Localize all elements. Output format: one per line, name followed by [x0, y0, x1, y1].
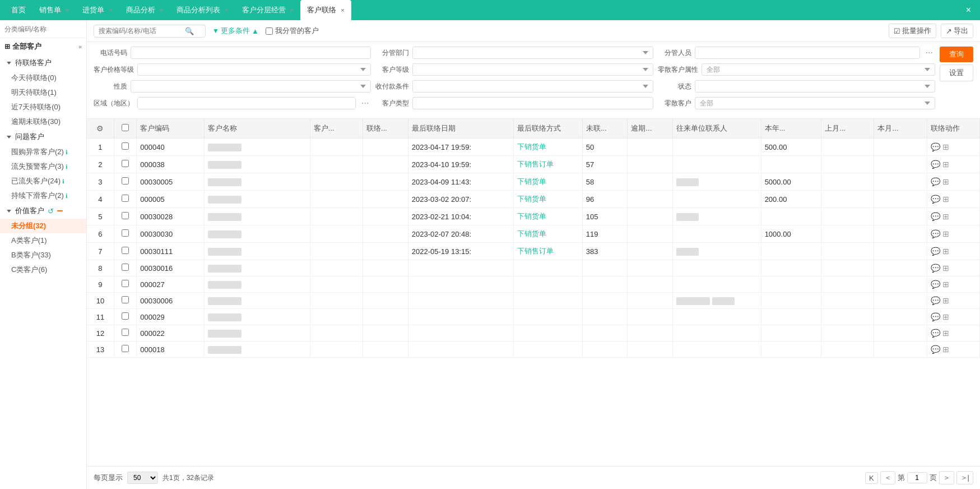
group-value-customers[interactable]: 价值客户 ↺: [0, 203, 86, 219]
contact-method-link[interactable]: 下销售订单: [517, 160, 554, 168]
reset-button[interactable]: 设置: [940, 64, 973, 81]
page-size-select[interactable]: 50 100: [127, 472, 158, 484]
customer-level-select[interactable]: [412, 63, 653, 76]
th-gear[interactable]: ⚙: [87, 119, 114, 139]
close-tab-sales[interactable]: ×: [66, 7, 69, 13]
message-icon[interactable]: 💬: [931, 195, 940, 204]
row-check[interactable]: [114, 173, 136, 191]
refresh-value-icon[interactable]: ↺: [48, 207, 54, 215]
export-button[interactable]: ↗ 导出: [941, 24, 973, 38]
tab-sales[interactable]: 销售单 ×: [32, 0, 76, 20]
grid-icon[interactable]: ⊞: [942, 264, 949, 273]
grid-icon[interactable]: ⊞: [942, 142, 949, 151]
sidebar-item-overdue[interactable]: 逾期未联络(30): [0, 114, 86, 129]
row-check[interactable]: [114, 276, 136, 293]
gear-icon[interactable]: ⚙: [96, 124, 104, 133]
sidebar-search-input[interactable]: [4, 25, 87, 33]
my-customers-checkbox[interactable]: [266, 27, 273, 35]
batch-op-button[interactable]: ☑ 批量操作: [889, 24, 936, 38]
group-pending-contact[interactable]: 待联络客户: [0, 55, 86, 71]
contact-method-link[interactable]: 下销货单: [517, 195, 546, 203]
grid-icon[interactable]: ⊞: [942, 177, 949, 186]
sidebar-item-churn-warning[interactable]: 流失预警客户(3) ℹ: [0, 159, 86, 174]
nature-select[interactable]: [131, 80, 371, 93]
grid-icon[interactable]: ⊞: [942, 296, 949, 305]
message-icon[interactable]: 💬: [931, 312, 940, 321]
close-tab-product-analysis-list[interactable]: ×: [225, 7, 228, 13]
message-icon[interactable]: 💬: [931, 296, 940, 305]
grid-icon[interactable]: ⊞: [942, 247, 949, 256]
sidebar-item-7days[interactable]: 近7天待联络(0): [0, 100, 86, 114]
grid-icon[interactable]: ⊞: [942, 329, 949, 338]
sidebar-item-a-class[interactable]: A类客户(1): [0, 233, 86, 248]
row-check[interactable]: [114, 293, 136, 309]
grid-icon[interactable]: ⊞: [942, 345, 949, 354]
row-check[interactable]: [114, 325, 136, 342]
sidebar-item-today[interactable]: 今天待联络(0): [0, 71, 86, 85]
contact-method-link[interactable]: 下销售订单: [517, 247, 554, 255]
contact-method-link[interactable]: 下销货单: [517, 212, 546, 220]
row-check[interactable]: [114, 225, 136, 243]
sidebar-item-b-class[interactable]: B类客户(33): [0, 248, 86, 262]
customer-type-input[interactable]: [412, 97, 653, 109]
manager-input[interactable]: [695, 47, 920, 59]
sidebar-item-churned[interactable]: 已流失客户(24) ℹ: [0, 174, 86, 188]
grid-icon[interactable]: ⊞: [942, 160, 949, 169]
message-icon[interactable]: 💬: [931, 345, 940, 354]
message-icon[interactable]: 💬: [931, 212, 940, 221]
last-page-button[interactable]: ＞|: [956, 471, 973, 485]
message-icon[interactable]: 💬: [931, 229, 940, 238]
dept-select[interactable]: [412, 47, 653, 59]
grid-icon[interactable]: ⊞: [942, 280, 949, 289]
payment-select[interactable]: [412, 80, 653, 93]
search-input[interactable]: [99, 27, 183, 35]
message-icon[interactable]: 💬: [931, 247, 940, 256]
region-input[interactable]: [137, 97, 356, 109]
all-customers-header[interactable]: ⊞ 全部客户 «: [0, 38, 86, 55]
sidebar-item-c-class[interactable]: C类客户(6): [0, 262, 86, 277]
tab-purchase[interactable]: 进货单 ×: [76, 0, 119, 20]
status-select[interactable]: [695, 80, 935, 93]
first-page-button[interactable]: K: [865, 472, 878, 484]
sidebar-item-ungroup[interactable]: 未分组(32): [0, 219, 86, 233]
manager-dots[interactable]: ···: [923, 48, 935, 58]
row-check[interactable]: [114, 208, 136, 225]
region-dots[interactable]: ···: [359, 98, 371, 108]
grid-icon[interactable]: ⊞: [942, 312, 949, 321]
message-icon[interactable]: 💬: [931, 280, 940, 289]
nav-close-button[interactable]: ×: [962, 5, 976, 15]
tab-product-analysis[interactable]: 商品分析 ×: [119, 0, 170, 20]
more-conditions[interactable]: ▼ 更多条件 ▲: [212, 26, 259, 36]
select-all-checkbox[interactable]: [122, 124, 129, 131]
tab-product-analysis-list[interactable]: 商品分析列表 ×: [170, 0, 235, 20]
contact-method-link[interactable]: 下销货单: [517, 229, 546, 238]
grid-icon[interactable]: ⊞: [942, 195, 949, 204]
tab-home[interactable]: 首页: [4, 0, 32, 20]
row-check[interactable]: [114, 156, 136, 173]
search-icon[interactable]: 🔍: [185, 27, 194, 35]
th-check[interactable]: [114, 119, 136, 139]
tab-customer-tier[interactable]: 客户分层经营 ×: [235, 0, 300, 20]
row-check[interactable]: [114, 309, 136, 325]
phone-input[interactable]: [131, 47, 371, 59]
my-customers-checkbox-label[interactable]: 我分管的客户: [266, 26, 319, 36]
sidebar-item-declining[interactable]: 持续下滑客户(2) ℹ: [0, 188, 86, 203]
row-check[interactable]: [114, 191, 136, 208]
grid-icon[interactable]: ⊞: [942, 229, 949, 238]
collapse-all-icon[interactable]: «: [78, 43, 82, 50]
sidebar-item-tomorrow[interactable]: 明天待联络(1): [0, 85, 86, 100]
close-tab-customer-tier[interactable]: ×: [290, 7, 294, 13]
message-icon[interactable]: 💬: [931, 160, 940, 169]
next-page-button[interactable]: ＞: [939, 471, 954, 485]
message-icon[interactable]: 💬: [931, 177, 940, 186]
row-check[interactable]: [114, 260, 136, 276]
contact-method-link[interactable]: 下销货单: [517, 142, 546, 151]
message-icon[interactable]: 💬: [931, 264, 940, 273]
message-icon[interactable]: 💬: [931, 142, 940, 151]
close-tab-purchase[interactable]: ×: [109, 7, 112, 13]
group-problem-customers[interactable]: 问题客户: [0, 129, 86, 145]
sidebar-item-abnormal[interactable]: 囤购异常客户(2) ℹ: [0, 145, 86, 159]
row-check[interactable]: [114, 139, 136, 156]
prev-page-button[interactable]: ＜: [880, 471, 895, 485]
message-icon[interactable]: 💬: [931, 329, 940, 338]
